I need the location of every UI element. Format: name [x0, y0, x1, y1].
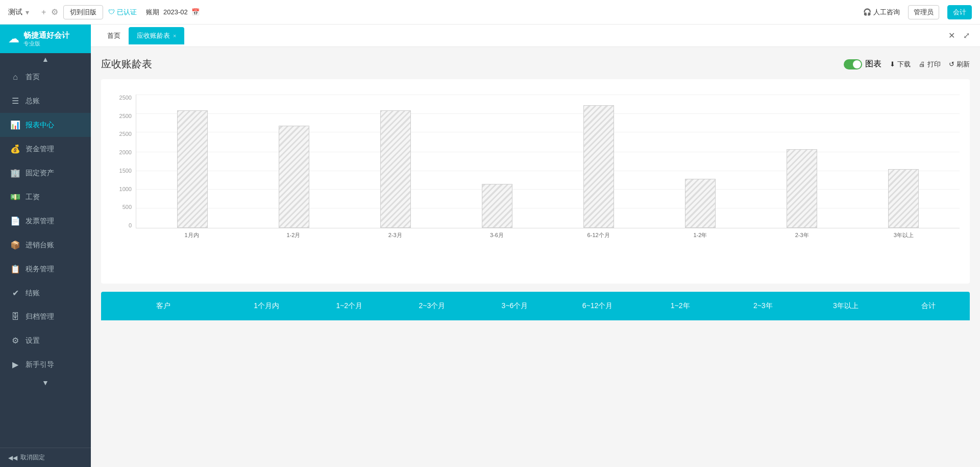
period-label: 账期: [146, 8, 159, 16]
expand-tab-button[interactable]: ⤢: [961, 29, 972, 42]
y-label-2500-3: 2500: [119, 131, 132, 137]
page-title: 应收账龄表: [101, 57, 152, 71]
checkout-icon: ✔: [10, 288, 20, 298]
scroll-up-arrow[interactable]: ▲: [0, 53, 91, 65]
sidebar-item-reports[interactable]: 📊 报表中心: [0, 113, 91, 137]
header-actions: + ⚙ 切到旧版 🛡 已认证 账期 2023-02 📅: [41, 5, 200, 19]
sidebar-item-salary[interactable]: 💵 工资: [0, 185, 91, 209]
x-label-3y: 3年以上: [886, 231, 921, 243]
guide-icon: ▶: [10, 360, 20, 369]
sidebar-item-invoice[interactable]: 📄 发票管理: [0, 209, 91, 233]
bar-group-1m: [177, 110, 208, 228]
funds-icon: 💰: [10, 144, 20, 154]
download-icon: ⬇: [890, 60, 895, 68]
gear-icon[interactable]: ⚙: [51, 7, 58, 17]
sidebar-item-settings[interactable]: ⚙ 设置: [0, 329, 91, 353]
bar-group-12y: [685, 179, 716, 228]
unpin-button[interactable]: ◀◀ 取消固定: [8, 453, 83, 462]
scroll-down-arrow[interactable]: ▼: [0, 377, 91, 389]
logo-icon: ☁: [8, 32, 19, 45]
th-23y: 2~3年: [722, 301, 804, 311]
bar-2-3year: [787, 149, 817, 228]
settings-icon: ⚙: [10, 336, 20, 345]
archive-icon: 🗄: [10, 312, 20, 321]
bars-container: [136, 105, 960, 228]
tab-ar-aging[interactable]: 应收账龄表 ×: [129, 27, 184, 44]
reports-icon: 📊: [10, 120, 20, 130]
download-button[interactable]: ⬇ 下载: [890, 60, 911, 69]
home-icon: ⌂: [10, 73, 20, 82]
sidebar-item-archive[interactable]: 🗄 归档管理: [0, 305, 91, 329]
accountant-button[interactable]: 会计: [947, 5, 972, 19]
y-label-0: 0: [129, 222, 132, 228]
x-label-36m: 3-6月: [479, 231, 514, 243]
chart-toggle[interactable]: 图表: [844, 59, 881, 69]
th-23m: 2~3个月: [390, 301, 473, 311]
print-button[interactable]: 🖨 打印: [919, 60, 941, 69]
x-labels: 1月内 1-2月 2-3月 3-6月 6-12个月 1-2年 2-3年 3年以上: [136, 228, 960, 243]
sidebar-item-guide[interactable]: ▶ 新手引导: [0, 353, 91, 377]
x-label-23m: 2-3月: [377, 231, 413, 243]
consult-button[interactable]: 🎧 人工咨询: [863, 8, 900, 17]
sidebar-item-label: 总账: [26, 97, 40, 106]
bar-1-2year: [685, 179, 716, 228]
y-label-1000: 1000: [119, 186, 132, 192]
th-total: 合计: [887, 301, 970, 311]
bar-group-23y: [787, 149, 817, 228]
print-icon: 🖨: [919, 60, 925, 68]
bar-1-2month: [279, 126, 309, 228]
certified-label: 已认证: [117, 8, 137, 17]
salary-icon: 💵: [10, 192, 20, 202]
certified-badge: 🛡 已认证: [108, 8, 137, 17]
manager-button[interactable]: 管理员: [908, 5, 939, 19]
calendar-icon[interactable]: 📅: [191, 8, 200, 16]
logo-text: 畅捷通好会计: [23, 31, 69, 40]
sidebar-logo: ☁ 畅捷通好会计 专业版: [0, 25, 91, 53]
period-info: 账期 2023-02 📅: [146, 8, 200, 17]
sidebar-item-ledger[interactable]: ☰ 总账: [0, 89, 91, 113]
chevron-down-icon[interactable]: ▾: [26, 8, 29, 16]
sidebar-item-home[interactable]: ⌂ 首页: [0, 65, 91, 89]
logo-sub: 专业版: [23, 40, 69, 48]
unpin-label: 取消固定: [20, 453, 45, 462]
sidebar-item-funds[interactable]: 💰 资金管理: [0, 137, 91, 161]
sidebar-item-assets[interactable]: 🏢 固定资产: [0, 161, 91, 185]
th-customer: 客户: [101, 301, 225, 311]
bar-group-612m: [583, 105, 614, 228]
bar-group-23m: [380, 110, 411, 228]
tab-home[interactable]: 首页: [99, 27, 129, 44]
x-label-23y: 2-3年: [784, 231, 820, 243]
sidebar-item-label: 报表中心: [26, 121, 54, 130]
download-label: 下载: [897, 60, 911, 69]
bar-2-3month: [380, 110, 411, 228]
sidebar-item-label: 固定资产: [26, 169, 54, 178]
project-name: 测试: [8, 8, 22, 17]
sidebar-item-label: 首页: [26, 73, 40, 82]
print-label: 打印: [927, 60, 941, 69]
refresh-button[interactable]: ↺ 刷新: [949, 60, 970, 69]
project-selector[interactable]: 测试 ▾: [8, 8, 29, 17]
content-area: 首页 应收账龄表 × ✕ ⤢ 应收账龄表: [91, 25, 980, 467]
switch-old-button[interactable]: 切到旧版: [63, 5, 103, 19]
consult-label: 人工咨询: [873, 8, 900, 17]
main-container: ☁ 畅捷通好会计 专业版 ▲ ⌂ 首页 ☰ 总账 📊 报表中心 💰 资金管: [0, 25, 980, 467]
tabs-right: ✕ ⤢: [946, 29, 972, 42]
th-3y: 3年以上: [804, 301, 887, 311]
bar-group-36m: [482, 184, 512, 228]
y-label-2500-2: 2500: [119, 113, 132, 119]
bar-group-12m: [279, 126, 309, 228]
tab-close-icon[interactable]: ×: [173, 33, 176, 39]
sidebar-item-label: 结账: [26, 289, 40, 298]
sidebar-item-checkout[interactable]: ✔ 结账: [0, 281, 91, 305]
toggle-track[interactable]: [844, 59, 862, 69]
period-value: 2023-02: [163, 8, 188, 16]
add-icon[interactable]: +: [41, 8, 46, 17]
inventory-icon: 📦: [10, 240, 20, 250]
th-612m: 6~12个月: [556, 301, 639, 311]
y-label-2000: 2000: [119, 149, 132, 155]
close-tab-button[interactable]: ✕: [946, 29, 957, 42]
sidebar-item-tax[interactable]: 📋 税务管理: [0, 257, 91, 281]
x-label-612m: 6-12个月: [581, 231, 617, 243]
sidebar-item-inventory[interactable]: 📦 进销台账: [0, 233, 91, 257]
chart-container: 2500 2500 2500 2000 1500 1000 500 0: [101, 79, 970, 284]
